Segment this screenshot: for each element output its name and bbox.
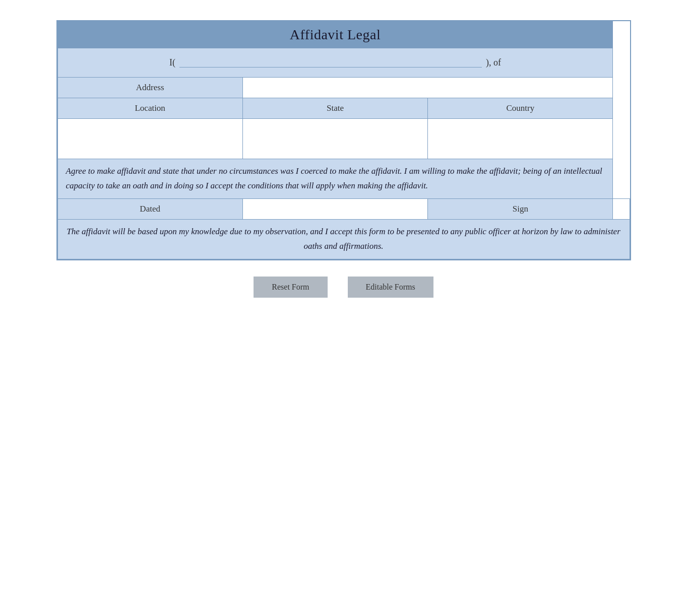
state-input[interactable] [251, 135, 419, 144]
affidavit-form: Affidavit Legal I( ), of Address Locatio… [56, 20, 631, 260]
name-row: I( ), of [57, 48, 630, 78]
address-input-cell[interactable] [242, 78, 613, 98]
reset-button[interactable]: Reset Form [254, 277, 327, 298]
dated-input-cell[interactable] [242, 198, 427, 219]
sign-label: Sign [428, 198, 613, 219]
country-input-cell[interactable] [428, 119, 613, 159]
state-input-cell[interactable] [242, 119, 427, 159]
footer-row: The affidavit will be based upon my know… [57, 219, 630, 259]
location-input[interactable] [66, 135, 234, 144]
form-title: Affidavit Legal [57, 22, 613, 48]
address-row: Address [57, 78, 630, 98]
dated-sign-row: Dated Sign [57, 198, 630, 219]
name-input[interactable] [179, 58, 482, 67]
footer-text: The affidavit will be based upon my know… [57, 219, 630, 259]
location-label: Location [57, 98, 242, 119]
country-input[interactable] [436, 135, 604, 144]
dated-input[interactable] [251, 205, 419, 214]
country-label: Country [428, 98, 613, 119]
state-label: State [242, 98, 427, 119]
address-label: Address [57, 78, 242, 98]
title-row: Affidavit Legal [57, 22, 630, 48]
dated-label: Dated [57, 198, 242, 219]
location-inputs-row [57, 119, 630, 159]
address-input[interactable] [251, 84, 605, 92]
name-prefix: I( [169, 57, 175, 68]
buttons-section: Reset Form Editable Forms [56, 277, 631, 298]
sign-input-cell[interactable] [613, 198, 630, 219]
name-suffix: ), of [486, 57, 501, 68]
location-input-cell[interactable] [57, 119, 242, 159]
agreement-row: Agree to make affidavit and state that u… [57, 159, 630, 199]
location-labels-row: Location State Country [57, 98, 630, 119]
editable-button[interactable]: Editable Forms [348, 277, 433, 298]
agreement-text: Agree to make affidavit and state that u… [57, 159, 613, 199]
